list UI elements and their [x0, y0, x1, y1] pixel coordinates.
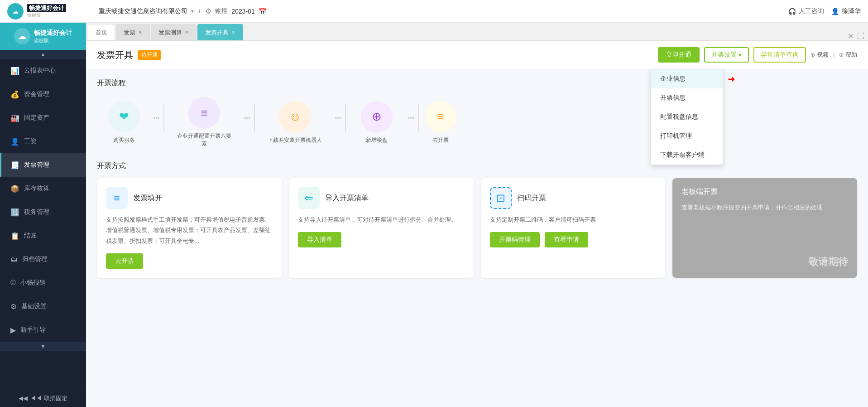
sidebar-item-basic-settings[interactable]: ⚙ 基础设置	[0, 295, 86, 318]
import-list-button[interactable]: 导入清单	[298, 232, 341, 247]
settings-dropdown-container: 开票设置 ▾	[704, 47, 749, 63]
add-company-button[interactable]: +	[197, 7, 201, 15]
dropdown-item-label: 下载开票客户端	[660, 151, 705, 158]
activate-button[interactable]: 立即开通	[658, 47, 700, 63]
method-card-scan: ⊡ 扫码开票 支持定制开票二维码，客户端可扫码开票 开票码管理 查看申请	[481, 178, 666, 278]
sidebar-item-label: 资金管理	[24, 90, 49, 98]
sidebar-item-label: 基础设置	[21, 302, 47, 310]
method-card-import-header: ⇐ 导入开票清单	[298, 187, 465, 209]
dropdown-item-label: 开票信息	[660, 94, 686, 101]
qr-manage-button[interactable]: 开票码管理	[490, 232, 540, 247]
red-arrow-icon: ➜	[728, 73, 735, 84]
boss-card-title: 老板端开票	[681, 187, 848, 197]
fill-invoice-title: 发票填开	[133, 194, 162, 203]
sidebar-item-label: 工资	[24, 137, 37, 145]
sidebar-item-xiaochang[interactable]: © 小畅报销	[0, 271, 86, 295]
settings-button[interactable]: ⚙	[205, 7, 211, 15]
flow-section: 开票流程 ❤ 购买服务 ••• ≡ 企业开	[86, 69, 868, 161]
dropdown-item-label: 打印机管理	[660, 132, 692, 139]
support-label: 人工咨询	[799, 7, 824, 15]
tab-invoice-issue-label: 发票开具	[205, 29, 229, 37]
flow-step-download-icon: ☺	[279, 101, 311, 133]
scan-invoice-icon: ⊡	[490, 187, 512, 209]
sidebar-item-inventory[interactable]: 📦 库存核算	[0, 177, 86, 200]
sidebar-item-settle[interactable]: 📋 结账	[0, 224, 86, 247]
dropdown-item-company-info[interactable]: 企业信息 ➜	[651, 69, 723, 88]
sidebar-item-fund[interactable]: 💰 资金管理	[0, 82, 86, 106]
fill-invoice-icon: ≡	[106, 187, 128, 209]
sidebar-item-tax[interactable]: 🔢 税务管理	[0, 200, 86, 224]
dropdown-item-invoice-info[interactable]: 开票信息	[651, 88, 723, 107]
sidebar-item-salary[interactable]: 👤 工资	[0, 130, 86, 153]
flow-step-buy-icon: ❤	[108, 101, 140, 133]
sidebar-item-cloud-report[interactable]: 📊 云报表中心	[0, 59, 86, 82]
user-icon: 👤	[831, 8, 839, 15]
sidebar-item-label: 新手引导	[20, 326, 46, 334]
flow-step-add-disk-icon: ⊕	[361, 101, 393, 133]
sidebar-item-label: 发票管理	[24, 161, 49, 169]
flow-step-buy: ❤ 购买服务	[97, 101, 151, 144]
tab-close-window[interactable]: ✕	[848, 32, 854, 40]
abnormal-list-button[interactable]: 异常清单查询	[753, 47, 806, 63]
sidebar-scroll-down[interactable]: ▼	[0, 342, 86, 351]
fill-invoice-goto-button[interactable]: 去开票	[106, 253, 143, 269]
tab-home-label: 首页	[96, 29, 107, 37]
dropdown-item-label: 企业信息	[660, 75, 686, 82]
invoice-settings-label: 开票设置	[711, 51, 737, 59]
sidebar: ☁ 畅捷通好会计 旗舰版 ▲ 📊 云报表中心 💰 资金管理 🏭 固定资产 👤 工…	[0, 23, 86, 407]
method-cards-container: ≡ 发票填开 支持按照发票样式手工填开发票；可开具增值税电子普通发票、增值税普通…	[97, 178, 857, 278]
method-card-import: ⇐ 导入开票清单 支持导入待开票清单，可对待开票清单进行拆分、合并处理。 导入清…	[289, 178, 474, 278]
calendar-icon[interactable]: 📅	[259, 8, 266, 15]
tab-invoice-calc-label: 发票测算	[158, 29, 182, 37]
flow-section-title: 开票流程	[97, 78, 857, 88]
tab-home[interactable]: 首页	[88, 24, 115, 40]
view-apply-button[interactable]: 查看申请	[545, 232, 588, 247]
scan-invoice-title: 扫码开票	[517, 194, 546, 203]
xiaochang-icon: ©	[10, 279, 16, 287]
dropdown-item-printer[interactable]: 打印机管理	[651, 126, 723, 145]
flow-step-add-disk: ⊕ 新增税盘	[350, 101, 404, 144]
tab-invoice-close[interactable]: ✕	[138, 29, 142, 35]
user-profile[interactable]: 👤 徐泽华	[831, 7, 861, 15]
dropdown-item-download-client[interactable]: 下载开票客户端	[651, 145, 723, 165]
company-dropdown-icon[interactable]: ▾	[191, 8, 194, 15]
cancel-label: ◀◀ 取消固定	[30, 394, 67, 402]
sidebar-item-archive[interactable]: 🗂 归档管理	[0, 247, 86, 271]
import-invoice-desc: 支持导入待开票清单，可对待开票清单进行拆分、合并处理。	[298, 214, 465, 225]
tab-invoice-calc[interactable]: 发票测算 ✕	[151, 24, 197, 40]
video-button[interactable]: ⊙ 视频	[810, 51, 829, 59]
tab-invoice[interactable]: 发票 ✕	[116, 24, 150, 40]
app-name: 畅捷通好会计	[27, 4, 66, 12]
logo-icon: ☁	[7, 3, 24, 19]
app-sub: 旗舰版	[27, 12, 66, 19]
sidebar-item-label: 固定资产	[24, 114, 49, 122]
tab-invoice-calc-close[interactable]: ✕	[185, 29, 189, 35]
flow-step-invoice-icon: ≡	[425, 101, 456, 133]
invoice-settings-button[interactable]: 开票设置 ▾	[704, 47, 749, 63]
sidebar-item-invoice[interactable]: 🧾 发票管理	[0, 153, 86, 177]
dropdown-item-tax-disk[interactable]: 配置税盘信息	[651, 107, 723, 126]
basic-settings-icon: ⚙	[10, 302, 17, 311]
method-card-scan-header: ⊡ 扫码开票	[490, 187, 657, 209]
tab-invoice-issue[interactable]: 发票开具 ✕	[197, 24, 243, 40]
top-bar: ☁ 畅捷通好会计 旗舰版 重庆畅捷交通信息咨询有限公司 ▾ + ⚙ 账期 202…	[0, 0, 868, 23]
period-value: 2023-01	[231, 8, 254, 15]
tab-maximize-window[interactable]: ⛶	[857, 32, 864, 40]
support-button[interactable]: 🎧 人工咨询	[788, 7, 824, 15]
cancel-fixed-button[interactable]: ◀◀ ◀◀ 取消固定	[0, 389, 86, 407]
sidebar-logo: ☁ 畅捷通好会计 旗舰版	[0, 23, 86, 50]
sidebar-item-fixed-assets[interactable]: 🏭 固定资产	[0, 106, 86, 130]
flow-divider-2	[254, 104, 255, 131]
sidebar-scroll-up[interactable]: ▲	[0, 50, 86, 59]
settle-icon: 📋	[10, 232, 19, 240]
flow-connector-3: •••	[335, 114, 341, 121]
fund-icon: 💰	[10, 90, 19, 99]
flow-connector-1: •••	[153, 114, 160, 121]
user-name: 徐泽华	[842, 7, 861, 15]
sidebar-item-guide[interactable]: ▶ 新手引导	[0, 318, 86, 342]
help-button[interactable]: ⊙ 帮助	[839, 51, 857, 59]
tab-invoice-issue-close[interactable]: ✕	[231, 29, 235, 35]
status-badge: 待开通	[138, 50, 161, 60]
company-name: 重庆畅捷交通信息咨询有限公司	[99, 7, 187, 15]
sidebar-logo-text: 畅捷通好会计	[34, 29, 72, 37]
